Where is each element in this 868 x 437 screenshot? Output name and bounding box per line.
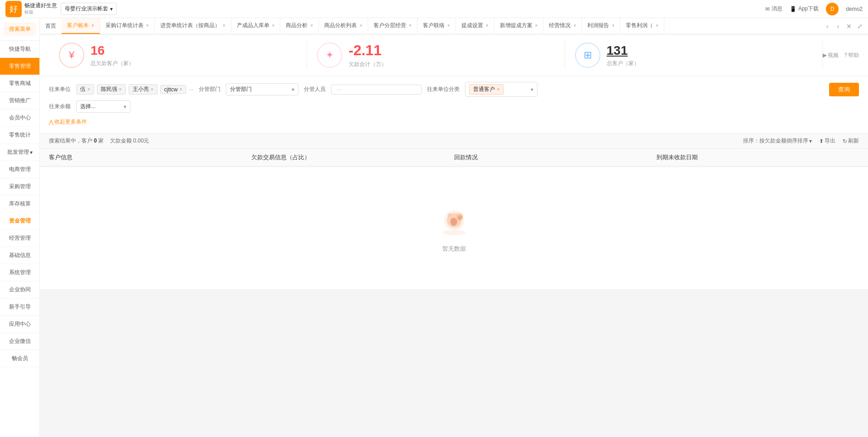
sidebar-item-operations[interactable]: 经营管理 bbox=[0, 230, 39, 247]
top-bar-right: ✉ 消息 📱 App下载 D demo2 bbox=[765, 3, 863, 15]
collapse-btn[interactable]: ⋀ 收起更多条件 bbox=[49, 118, 859, 126]
tab-scroll-left-btn[interactable]: ‹ bbox=[823, 22, 832, 31]
stat-icon-customers: ¥ bbox=[58, 42, 85, 69]
tab-customer-ledger[interactable]: 客户账本 × bbox=[62, 18, 100, 34]
stat-icon-circle-total: ⊞ bbox=[575, 43, 600, 68]
person-input-more[interactable]: ··· bbox=[337, 87, 341, 92]
tab-home[interactable]: 首页 bbox=[40, 19, 62, 33]
tab-purchase-order-stats-close[interactable]: × bbox=[146, 23, 149, 28]
store-selector-arrow: ▾ bbox=[110, 6, 113, 12]
dept-select[interactable]: 分管部门 ▾ bbox=[226, 83, 298, 95]
unit-class-tag-label: 普通客户 bbox=[473, 86, 495, 93]
tab-scroll-right-btn[interactable]: › bbox=[834, 22, 843, 31]
sidebar-item-app-center[interactable]: 应用中心 bbox=[0, 316, 39, 333]
unit-class-select[interactable]: 普通客户 × ▾ bbox=[465, 82, 537, 97]
dept-filter-label: 分管部门 bbox=[199, 86, 221, 93]
tab-commission-settings-label: 提成设置 bbox=[461, 22, 483, 29]
stat-label-debt: 欠款合计（万） bbox=[349, 61, 556, 68]
help-label: 帮助 bbox=[848, 52, 859, 59]
message-btn[interactable]: ✉ 消息 bbox=[765, 5, 782, 13]
tab-retail-profit[interactable]: 零售利润（ × bbox=[620, 18, 664, 34]
tab-customer-ledger-close[interactable]: × bbox=[91, 23, 94, 28]
tab-incoming-stats-close[interactable]: × bbox=[223, 23, 225, 28]
sidebar-item-retail-mgmt[interactable]: 零售管理 bbox=[0, 58, 39, 75]
video-help-btn[interactable]: ▶ 视频 bbox=[823, 42, 839, 69]
refresh-btn[interactable]: ↻ 刷新 bbox=[843, 137, 859, 145]
sidebar-item-inventory[interactable]: 库存核算 bbox=[0, 195, 39, 213]
tab-customer-tier-close[interactable]: × bbox=[409, 23, 412, 28]
sidebar-item-retail-mall[interactable]: 零售商城 bbox=[0, 75, 39, 92]
newbie-guide-label: 新手引导 bbox=[9, 304, 31, 310]
tab-profit-report-close[interactable]: × bbox=[612, 23, 614, 28]
filter-tag-cjttcw-close[interactable]: × bbox=[180, 87, 182, 92]
tab-incoming-stats[interactable]: 进货单统计表（按商品） × bbox=[155, 18, 231, 34]
tab-customer-contact-close[interactable]: × bbox=[447, 23, 450, 28]
refresh-icon: ↻ bbox=[843, 138, 847, 144]
inventory-label: 库存核算 bbox=[9, 200, 31, 207]
query-btn[interactable]: 查询 bbox=[829, 83, 859, 96]
unit-class-tag-close[interactable]: × bbox=[497, 87, 499, 92]
stat-label-total: 总客户（家） bbox=[607, 60, 814, 67]
tab-product-analysis-list[interactable]: 商品分析列表 × bbox=[319, 18, 368, 34]
tab-product-analysis-list-close[interactable]: × bbox=[360, 23, 362, 28]
sidebar-item-system-mgmt[interactable]: 系统管理 bbox=[0, 264, 39, 281]
tab-add-commission-close[interactable]: × bbox=[535, 23, 538, 28]
filter-tag-chen-close[interactable]: × bbox=[119, 87, 122, 92]
message-icon: ✉ bbox=[765, 6, 770, 12]
tab-product-analysis[interactable]: 商品分析 × bbox=[280, 18, 319, 34]
tab-add-commission[interactable]: 新增提成方案 × bbox=[494, 18, 544, 34]
search-result-info: 搜索结果中，客户 0 家 欠款金额 0.00元 bbox=[49, 137, 149, 145]
person-input[interactable]: ··· bbox=[331, 85, 422, 95]
sidebar-item-enterprise-wechat[interactable]: 企业微信 bbox=[0, 333, 39, 350]
store-selector[interactable]: 母婴行业演示帐套 ▾ bbox=[61, 3, 117, 15]
video-icon: ▶ bbox=[823, 52, 827, 58]
tab-finished-goods-label: 产成品入库单 bbox=[237, 22, 269, 29]
tab-operations-status-close[interactable]: × bbox=[573, 23, 576, 28]
sidebar-item-ecommerce[interactable]: 电商管理 bbox=[0, 161, 39, 178]
tab-finished-goods-close[interactable]: × bbox=[272, 23, 275, 28]
tab-commission-settings-close[interactable]: × bbox=[486, 23, 489, 28]
export-btn[interactable]: ⬆ 导出 bbox=[819, 137, 835, 145]
filter-more-tags-btn[interactable]: ··· bbox=[189, 86, 193, 93]
sidebar-item-enterprise-collab[interactable]: 企业协同 bbox=[0, 281, 39, 299]
sidebar-item-newbie-guide[interactable]: 新手引导 bbox=[0, 299, 39, 316]
filter-tag-wang-close[interactable]: × bbox=[151, 87, 153, 92]
tab-customer-contact[interactable]: 客户联络 × bbox=[417, 18, 456, 34]
help-btn[interactable]: ? 帮助 bbox=[844, 42, 859, 69]
sidebar-item-marketing[interactable]: 营销推广 bbox=[0, 92, 39, 109]
sidebar-item-member-center[interactable]: 会员中心 bbox=[0, 109, 39, 127]
sidebar-item-basic-info[interactable]: 基础信息 bbox=[0, 247, 39, 264]
search-result-bar: 搜索结果中，客户 0 家 欠款金额 0.00元 排序：按欠款金额倒序排序 ▾ ⬆… bbox=[40, 133, 868, 149]
sidebar-item-finance[interactable]: 资金管理 bbox=[0, 213, 39, 230]
tab-product-analysis-close[interactable]: × bbox=[310, 23, 313, 28]
tab-profit-report[interactable]: 利润报告 × bbox=[582, 18, 620, 34]
sidebar-item-purchase-mgmt[interactable]: 采购管理 bbox=[0, 178, 39, 195]
tab-retail-profit-close[interactable]: × bbox=[656, 23, 658, 28]
tab-profit-report-label: 利润报告 bbox=[587, 22, 609, 29]
tab-customer-tier[interactable]: 客户分层经营 × bbox=[368, 18, 417, 34]
sidebar-item-wholesale-mgmt[interactable]: 批发管理 ▾ bbox=[0, 144, 39, 161]
sidebar-item-quick-nav[interactable]: 快捷导航 bbox=[0, 41, 39, 58]
tab-commission-settings[interactable]: 提成设置 × bbox=[456, 18, 494, 34]
filter-tags-unit: 伍 × 陈民强 × 王小亮 × cjttcw × bbox=[76, 84, 193, 95]
quick-nav-label: 快捷导航 bbox=[9, 46, 31, 52]
sidebar-item-chang-member[interactable]: 畅会员 bbox=[0, 350, 39, 367]
tab-close-all-btn[interactable]: ✕ bbox=[844, 22, 854, 31]
ecommerce-label: 电商管理 bbox=[9, 166, 31, 172]
page-content: ¥ 16 总欠款客户（家） ✦ -2.11 欠款合计（万） bbox=[40, 34, 868, 437]
sidebar-item-retail-stats[interactable]: 零售统计 bbox=[0, 127, 39, 144]
tab-purchase-order-stats[interactable]: 采购订单统计表 × bbox=[100, 18, 155, 34]
app-download-btn[interactable]: 📱 App下载 bbox=[790, 5, 819, 13]
tab-operations-status[interactable]: 经营情况 × bbox=[543, 18, 582, 34]
remainder-select[interactable]: 选择... ▾ bbox=[76, 100, 130, 113]
sort-select[interactable]: 排序：按欠款金额倒序排序 ▾ bbox=[743, 137, 812, 145]
stat-value-customers: 16 bbox=[91, 43, 297, 58]
search-menu-btn[interactable]: 搜索菜单 bbox=[4, 23, 36, 36]
tab-fullscreen-btn[interactable]: ⤢ bbox=[855, 22, 864, 31]
tab-purchase-order-stats-label: 采购订单统计表 bbox=[106, 22, 144, 29]
filter-tag-wu-close[interactable]: × bbox=[87, 87, 90, 92]
tab-home-label: 首页 bbox=[45, 23, 56, 29]
enterprise-collab-label: 企业协同 bbox=[9, 286, 31, 293]
unit-class-arrow: ▾ bbox=[531, 86, 533, 93]
tab-finished-goods[interactable]: 产成品入库单 × bbox=[231, 18, 281, 34]
